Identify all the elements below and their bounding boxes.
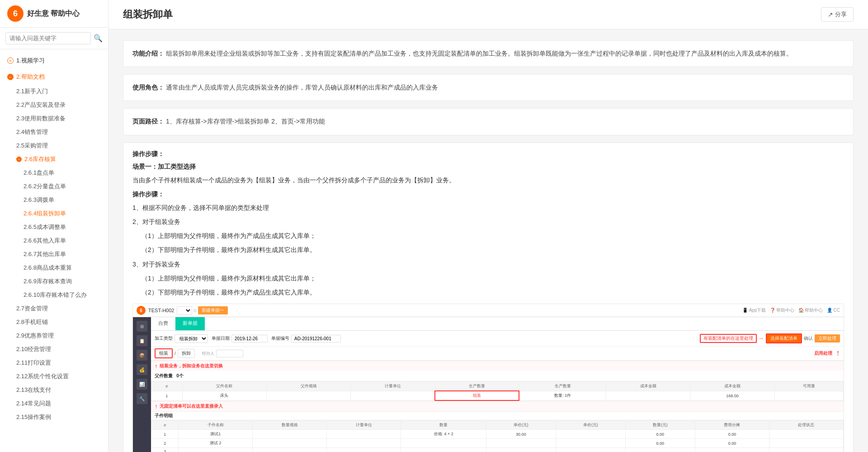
mock-assembly-btn[interactable]: 组装 bbox=[155, 348, 173, 358]
step-2-sub2: （2）下部明细为子件明细，最终作为原材料生成其它出库单。 bbox=[142, 244, 844, 256]
sidebar-item-install[interactable]: 2.2产品安装及登录 bbox=[0, 98, 108, 112]
sidebar-item-transfer[interactable]: 2.6.3调拨单 bbox=[0, 193, 108, 207]
mock-th-unit: 计量单位 bbox=[351, 382, 435, 391]
sidebar-item-partial-stock[interactable]: 2.6.2分量盘点单 bbox=[0, 180, 108, 193]
mock-child-row-3: 3 bbox=[151, 448, 844, 452]
mock-code-label: 单据编号 bbox=[271, 335, 289, 342]
mock-nav-links: 📱 App下载 ❓ 帮助中心 🏠 帮助中心 👤 CC bbox=[742, 307, 840, 314]
path-block: 页面路径： 1、库存核算->库存管理->组装拆卸单 2、首页->常用功能 bbox=[123, 108, 854, 135]
mock-confirm-btn[interactable]: 立即处理 bbox=[815, 334, 840, 343]
mock-nav-4: 📊 bbox=[137, 379, 147, 390]
nav-sub-items-2: 2.1新手入门 2.2产品安装及登录 2.3使用前数据准备 2.4销售管理 2.… bbox=[0, 85, 108, 424]
sidebar-item-other-outbound[interactable]: 2.6.7其他出库单 bbox=[0, 247, 108, 261]
mock-date-label: 单据日期 bbox=[212, 335, 230, 342]
sidebar: 6 好生意 帮助中心 🔍 + 1.视频学习 − 2.帮助文档 2.1新手入门 2… bbox=[0, 0, 108, 452]
sidebar-item-coupon[interactable]: 2.9优惠券管理 bbox=[0, 329, 108, 343]
mock-disassembly-btn[interactable]: 拆卸 bbox=[178, 349, 195, 358]
mock-child-table-label: 子件明细 bbox=[151, 411, 844, 420]
main-content: 组装拆卸单 ↗ 分享 功能介绍： 组装拆卸单用来处理企业组装或拆卸等加工业务，支… bbox=[108, 0, 868, 452]
share-button[interactable]: ↗ 分享 bbox=[821, 7, 854, 22]
sidebar-item-cost-adjust[interactable]: 2.6.5成本调整单 bbox=[0, 220, 108, 234]
nav-section-1: + 1.视频学习 bbox=[0, 53, 108, 68]
step-3: 3、对于拆装业务 bbox=[132, 259, 844, 270]
mock-arrow-up: ↑ bbox=[836, 348, 840, 358]
mock-new-doc-btn[interactable]: 新建单据一 bbox=[198, 306, 228, 314]
sidebar-label-1: 1.视频学习 bbox=[16, 57, 45, 65]
steps-title: 操作步骤： bbox=[132, 190, 844, 199]
sidebar-item-data-prep[interactable]: 2.3使用前数据准备 bbox=[0, 112, 108, 125]
mock-arrow-right: → bbox=[759, 335, 764, 342]
sidebar-item-cases[interactable]: 2.15操作案例 bbox=[0, 410, 108, 424]
mock-child-th-6: 单价(元) bbox=[486, 421, 556, 430]
sidebar-item-video-learning[interactable]: + 1.视频学习 bbox=[0, 53, 108, 68]
mock-content-row: ⊞ 📋 📦 💰 📊 🔧 自费 新单据 bbox=[133, 317, 844, 452]
mock-child-table-container: # 子件名称 数量规格 计量单位 数量 单价(元) 单价(元) 数量(元) bbox=[151, 420, 844, 452]
nav-sub-sub-items: 2.6.1盘点单 2.6.2分量盘点单 2.6.3调拨单 2.6.4组装拆卸单 … bbox=[0, 166, 108, 302]
sidebar-item-assembly[interactable]: 2.6.4组装拆卸单 bbox=[0, 207, 108, 220]
nav-section-2: − 2.帮助文档 2.1新手入门 2.2产品安装及登录 2.3使用前数据准备 2… bbox=[0, 69, 108, 424]
sidebar-item-print[interactable]: 2.11打印设置 bbox=[0, 356, 108, 370]
sidebar-item-online-pay[interactable]: 2.13在线支付 bbox=[0, 383, 108, 397]
mock-th-avail: 可用量 bbox=[774, 382, 843, 391]
mock-logo-icon: 6 bbox=[137, 306, 146, 315]
sidebar-item-other-inbound[interactable]: 2.6.6其他入库单 bbox=[0, 234, 108, 247]
mock-child-th-5: 数量 bbox=[401, 421, 486, 430]
feature-intro-block: 功能介绍： 组装拆卸单用来处理企业组装或拆卸等加工业务，支持有固定装配清单的产品… bbox=[123, 40, 854, 67]
sidebar-item-beginner[interactable]: 2.1新手入门 bbox=[0, 85, 108, 98]
mock-child-th-4: 计量单位 bbox=[327, 421, 401, 430]
mock-topbar: 6 TEST-H002 ⚙ 新建单据一 📱 App下载 ❓ 帮助中心 🏠 帮助中… bbox=[133, 304, 844, 317]
sidebar-item-help-docs[interactable]: − 2.帮助文档 bbox=[0, 69, 108, 85]
mock-child-th-2: 子件名称 bbox=[179, 421, 253, 430]
step-1: 1、根据不同的业务，选择不同单据的类型来处理 bbox=[132, 202, 844, 214]
nav-list: + 1.视频学习 − 2.帮助文档 2.1新手入门 2.2产品安装及登录 2.3… bbox=[0, 49, 108, 452]
ops-title: 操作步骤： bbox=[132, 150, 844, 158]
page-title: 组装拆卸单 bbox=[123, 8, 173, 21]
mock-annotation-type: ↑ 组装业务，拆卸业务在这里切换 bbox=[151, 361, 844, 371]
search-button[interactable]: 🔍 bbox=[94, 34, 103, 43]
mock-field-partial: 经办人 bbox=[202, 348, 243, 358]
sidebar-item-cost-recalc[interactable]: 2.6.8商品成本重算 bbox=[0, 261, 108, 275]
mock-annotation-stockin: 启用处理 bbox=[814, 348, 832, 358]
sidebar-item-finance[interactable]: 2.7资金管理 bbox=[0, 302, 108, 315]
scenario-desc: 当由多个子件材料组装成一个成品的业务为【组装】业务，当由一个父件拆分成多个子产品… bbox=[132, 175, 844, 186]
search-input[interactable] bbox=[5, 32, 91, 44]
mock-th-qty2: 生产数量 bbox=[519, 382, 606, 391]
mock-operator-input[interactable] bbox=[216, 350, 243, 357]
mock-code-input[interactable] bbox=[291, 335, 341, 343]
mock-assembly-list-area: 有装配清单的在这里处理 bbox=[700, 334, 757, 343]
mock-type-select[interactable]: 组装拆卸 bbox=[175, 334, 208, 343]
mock-nav-5: 🔧 bbox=[137, 393, 147, 404]
mock-th-cost2: 成本金额 bbox=[690, 382, 774, 391]
sidebar-item-stocktake[interactable]: 2.6.1盘点单 bbox=[0, 166, 108, 180]
sidebar-item-faq[interactable]: 2.14常见问题 bbox=[0, 397, 108, 410]
mock-tab-new[interactable]: 新单据 bbox=[175, 317, 205, 330]
sidebar-item-inventory[interactable]: − 2.6库存核算 bbox=[0, 152, 108, 166]
mock-child-th-9: 费用分摊 bbox=[695, 421, 769, 430]
mock-child-row-1: 1测试1价格: 4 + 230.000.000.00 bbox=[151, 430, 844, 439]
mock-tab-self[interactable]: 自费 bbox=[151, 317, 175, 330]
mock-nav-3: 💰 bbox=[137, 364, 147, 375]
sidebar-item-personalize[interactable]: 2.12系统个性化设置 bbox=[0, 370, 108, 383]
step-3-sub1: （1）上部明细为父件明细，最终作为原材料生成其它出库单； bbox=[142, 273, 844, 284]
sidebar-item-operations[interactable]: 2.10经营管理 bbox=[0, 343, 108, 356]
sidebar-item-mobile[interactable]: 2.8手机旺铺 bbox=[0, 315, 108, 329]
app-name: 好生意 帮助中心 bbox=[27, 9, 80, 19]
mock-company-select[interactable] bbox=[177, 306, 192, 315]
sidebar-item-purchase[interactable]: 2.5采购管理 bbox=[0, 139, 108, 152]
path-label: 页面路径： bbox=[132, 118, 164, 125]
sidebar-item-ledger-error[interactable]: 2.6.10库存账本错了么办 bbox=[0, 288, 108, 302]
sidebar-label-2: 2.帮助文档 bbox=[16, 73, 45, 81]
mock-th-pname: 父件名称 bbox=[182, 382, 266, 391]
mock-select-list-btn[interactable]: 选择装配清单 bbox=[766, 333, 802, 343]
mock-form-section: 加工类型 组装拆卸 单据日期 单据编号 bbox=[151, 331, 844, 347]
mock-slash: / bbox=[175, 351, 176, 356]
mock-annotation-blank: ↑ 无固定清单可以在这里直接录入 bbox=[151, 401, 844, 411]
mock-tabs: 自费 新单据 bbox=[151, 317, 844, 331]
sidebar-item-sales[interactable]: 2.4销售管理 bbox=[0, 125, 108, 139]
content-body: 功能介绍： 组装拆卸单用来处理企业组装或拆卸等加工业务，支持有固定装配清单的产品… bbox=[108, 29, 868, 452]
sidebar-item-ledger-query[interactable]: 2.6.9库存账本查询 bbox=[0, 275, 108, 288]
mock-process-type-row: 组装 / 拆卸 经办人 启用处理 bbox=[151, 347, 844, 361]
mock-date-input[interactable] bbox=[231, 335, 268, 343]
main-header: 组装拆卸单 ↗ 分享 bbox=[108, 0, 868, 29]
sidebar-header: 6 好生意 帮助中心 bbox=[0, 0, 108, 28]
